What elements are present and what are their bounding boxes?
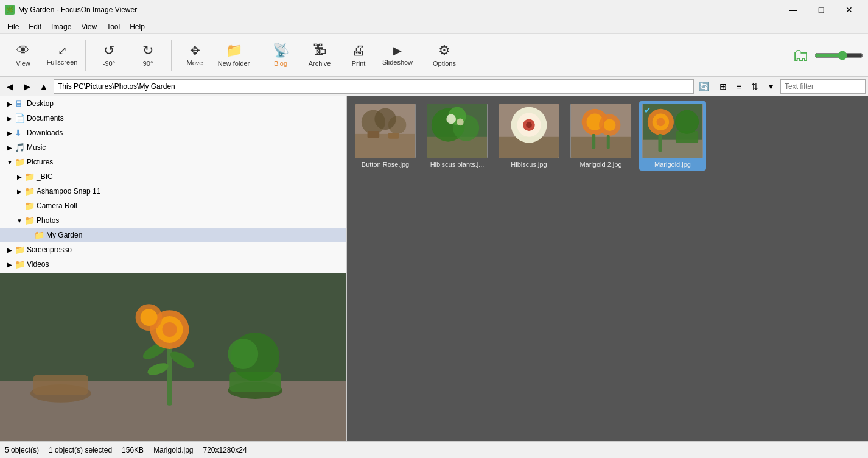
toolbar-rotate-right-button[interactable]: ↻ 90° — [130, 37, 166, 74]
tree-label-my-garden: My Garden — [46, 231, 82, 239]
toolbar-rotate-left-button[interactable]: ↺ -90° — [91, 37, 127, 74]
rotate-left-icon: ↺ — [103, 44, 114, 57]
thumbnail-marigold[interactable]: ✔ Marigold.jpg — [639, 101, 706, 171]
svg-rect-19 — [355, 134, 415, 158]
thumb-label-marigold: Marigold.jpg — [654, 161, 691, 168]
close-button[interactable]: ✕ — [835, 0, 863, 19]
status-dimensions: 720x1280x24 — [203, 446, 247, 454]
minimize-button[interactable]: — — [779, 0, 807, 19]
tree-toggle-music[interactable]: ▶ — [5, 143, 15, 152]
tree-toggle-photos[interactable]: ▼ — [15, 216, 24, 225]
toolbar-options-button[interactable]: ⚙ Options — [426, 37, 463, 74]
svg-rect-53 — [658, 134, 662, 152]
tree-label-downloads: Downloads — [27, 129, 63, 137]
thumbnail-marigold2[interactable]: Marigold 2.jpg — [567, 101, 634, 171]
tree-label-ashampoo: Ashampoo Snap 11 — [37, 187, 100, 196]
tree-item-my-garden[interactable]: ▶ 📁 My Garden — [0, 228, 346, 242]
svg-rect-45 — [607, 135, 610, 149]
toolbar-view-button[interactable]: 👁 View — [5, 37, 41, 74]
menu-help[interactable]: Help — [125, 21, 150, 32]
tree-item-bic[interactable]: ▶ 📁 _BIC — [0, 169, 346, 184]
grid-view-button[interactable]: ⊞ — [716, 79, 730, 94]
toolbar-blog-button[interactable]: 📡 Blog — [262, 37, 299, 74]
toolbar-archive-button[interactable]: 🗜 Archive — [301, 37, 338, 74]
thumb-label-hibiscus: Hibiscus.jpg — [511, 161, 547, 168]
tree-toggle-screenpresso[interactable]: ▶ — [5, 245, 15, 255]
toolbar-move-button[interactable]: ✥ Move — [177, 37, 213, 74]
toolbar-new-folder-button[interactable]: 📁 New folder — [215, 37, 252, 74]
address-input[interactable] — [54, 79, 694, 94]
tree-toggle-desktop[interactable]: ▶ — [5, 99, 15, 108]
tree-item-music[interactable]: ▶ 🎵 Music — [0, 140, 346, 155]
svg-point-30 — [446, 114, 456, 124]
svg-rect-24 — [388, 133, 399, 139]
tree-item-desktop[interactable]: ▶ 🖥 Desktop — [0, 96, 346, 111]
tree-toggle-bic[interactable]: ▶ — [15, 172, 24, 181]
tree-item-videos[interactable]: ▶ 📁 Videos — [0, 257, 346, 272]
archive-icon: 🗜 — [313, 44, 326, 57]
thumb-svg-hibiscus — [499, 104, 559, 158]
new-folder-label: New folder — [218, 60, 250, 67]
tree-item-screenpresso[interactable]: ▶ 📁 Screenpresso — [0, 242, 346, 257]
compare-widget: 🗂 — [793, 45, 810, 65]
toolbar-print-button[interactable]: 🖨 Print — [340, 37, 377, 74]
addressbar: ◀ ▶ ▲ 🔄 ⊞ ≡ ⇅ ▾ — [0, 77, 868, 96]
svg-rect-26 — [427, 137, 487, 158]
tree-toggle-videos[interactable]: ▶ — [5, 259, 15, 269]
sort-button[interactable]: ⇅ — [747, 79, 762, 94]
maximize-button[interactable]: □ — [807, 0, 835, 19]
menubar: File Edit Image View Tool Help — [0, 19, 868, 34]
forward-button[interactable]: ▶ — [19, 79, 34, 94]
tree-item-pictures[interactable]: ▼ 📁 Pictures — [0, 155, 346, 169]
view-label: View — [16, 60, 30, 67]
tree-label-bic: _BIC — [37, 172, 53, 181]
tree-item-ashampoo[interactable]: ▶ 📁 Ashampoo Snap 11 — [0, 184, 346, 199]
thumbnail-hibiscus[interactable]: Hibiscus.jpg — [495, 101, 562, 171]
tree-toggle-pictures[interactable]: ▼ — [5, 157, 15, 167]
blog-icon: 📡 — [273, 44, 289, 57]
thumbnail-img-hibiscus — [499, 104, 559, 158]
thumb-svg-marigold2 — [571, 104, 631, 158]
toolbar-fullscreen-button[interactable]: ⤢ Fullscreen — [44, 37, 80, 74]
thumbnail-grid: Button Rose.jpg Hibiscus p — [352, 101, 863, 171]
tree-item-camera-roll[interactable]: ▶ 📁 Camera Roll — [0, 199, 346, 213]
zoom-slider[interactable] — [814, 51, 863, 60]
archive-label: Archive — [309, 60, 331, 67]
tree-item-photos[interactable]: ▼ 📁 Photos — [0, 213, 346, 228]
refresh-button[interactable]: 🔄 — [696, 79, 711, 94]
titlebar-controls: — □ ✕ — [779, 0, 863, 19]
menu-edit[interactable]: Edit — [24, 21, 46, 32]
svg-rect-39 — [571, 137, 631, 158]
filter-button[interactable]: ▾ — [763, 79, 778, 94]
tree-toggle-ashampoo[interactable]: ▶ — [15, 186, 24, 196]
list-view-button[interactable]: ≡ — [732, 79, 746, 94]
thumbnail-button-rose[interactable]: Button Rose.jpg — [352, 101, 419, 171]
menu-tool[interactable]: Tool — [102, 21, 125, 32]
view-controls: ⊞ ≡ ⇅ ▾ — [716, 79, 778, 94]
titlebar: 🌿 My Garden - FocusOn Image Viewer — □ ✕ — [0, 0, 868, 19]
menu-file[interactable]: File — [2, 21, 24, 32]
toolbar-right: 🗂 — [793, 45, 863, 65]
thumbnail-hibiscus-plants[interactable]: Hibiscus plants.j... — [424, 101, 491, 171]
toolbar-slideshow-button[interactable]: ▶ Slideshow — [379, 37, 416, 74]
tree-item-downloads[interactable]: ▶ ⬇ Downloads — [0, 125, 346, 140]
move-icon: ✥ — [190, 44, 200, 57]
separator-4 — [421, 40, 421, 71]
main-area: ▶ 🖥 Desktop ▶ 📄 Documents ▶ ⬇ Downloads — [0, 96, 868, 441]
tree-item-documents[interactable]: ▶ 📄 Documents — [0, 111, 346, 125]
up-button[interactable]: ▲ — [37, 79, 51, 94]
filter-input[interactable] — [780, 79, 866, 94]
thumb-label-marigold2: Marigold 2.jpg — [579, 161, 621, 168]
back-button[interactable]: ◀ — [2, 79, 17, 94]
tree-toggle-downloads[interactable]: ▶ — [5, 128, 15, 138]
status-filesize: 156KB — [122, 446, 144, 454]
thumb-label-button-rose: Button Rose.jpg — [362, 161, 409, 168]
titlebar-left: 🌿 My Garden - FocusOn Image Viewer — [5, 5, 137, 15]
menu-view[interactable]: View — [76, 21, 102, 32]
rotate-right-icon: ↻ — [142, 44, 153, 57]
svg-point-49 — [675, 110, 699, 134]
bic-icon: 📁 — [24, 172, 34, 181]
tree-toggle-documents[interactable]: ▶ — [5, 113, 15, 123]
menu-image[interactable]: Image — [46, 21, 76, 32]
tree-label-music: Music — [27, 143, 46, 152]
